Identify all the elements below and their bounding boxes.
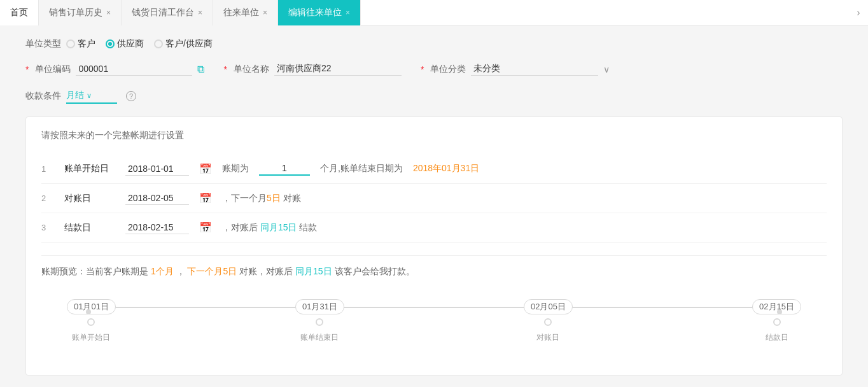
- row-num-3: 3: [41, 223, 54, 232]
- reconcile-date-calendar-icon[interactable]: 📅: [199, 192, 212, 204]
- radio-customer-label: 客户: [78, 38, 95, 50]
- unit-category-label: 单位分类: [430, 64, 466, 75]
- timeline-left-end: [86, 309, 91, 314]
- condition-dropdown-icon[interactable]: ∨: [87, 92, 92, 100]
- unit-name-field: * 单位名称: [223, 62, 401, 76]
- unit-code-star: *: [25, 64, 29, 74]
- timeline-node-3: 02月05日 对账日: [524, 299, 573, 343]
- tab-edit-close-icon[interactable]: ×: [346, 8, 350, 17]
- radio-group-unit-type: 客户 供应商 客户/供应商: [66, 38, 213, 50]
- unit-code-input[interactable]: [76, 62, 192, 76]
- timeline-node-1: 01月01日 账单开始日: [67, 299, 116, 343]
- tab-expand-button[interactable]: ›: [849, 0, 868, 25]
- preview-part1: 1个月: [151, 266, 174, 276]
- timeline-right-end: [777, 309, 782, 314]
- timeline-nodes: 01月01日 账单开始日 01月31日 账单结束日 02月05日: [67, 299, 801, 343]
- radio-both[interactable]: 客户/供应商: [154, 38, 213, 50]
- period-prefix: 账期为: [222, 163, 249, 174]
- timeline-dot-4: [773, 318, 781, 326]
- end-date-highlight: 2018年01月31日: [413, 163, 479, 174]
- timeline-label-1: 账单开始日: [72, 332, 110, 343]
- unit-name-star: *: [223, 64, 227, 74]
- unit-name-input[interactable]: [274, 62, 402, 76]
- tab-home[interactable]: 首页: [0, 0, 39, 25]
- timeline-dot-1: [87, 318, 95, 326]
- setting-row-2: 2 对账日 📅 ，下一个月5日 对账: [41, 184, 827, 213]
- unit-type-field: 单位类型 客户 供应商 客户/供应商: [25, 38, 213, 50]
- timeline-label-2: 账单结束日: [300, 332, 339, 343]
- preview-label: 账期预览：当前客户账期是: [41, 266, 148, 276]
- tab-edit-counterparty[interactable]: 编辑往来单位 ×: [278, 0, 361, 25]
- settings-card: 请按照未来的一个完整帐期进行设置 1 账单开始日 📅 账期为 个月,账单结束日期…: [25, 116, 843, 376]
- radio-supplier-circle: [106, 39, 115, 48]
- payment-date-calendar-icon[interactable]: 📅: [199, 222, 212, 234]
- tab-sales-label: 销售订单历史: [49, 7, 102, 18]
- period-suffix: 个月,账单结束日期为: [320, 163, 403, 174]
- preview-part2: 下一个月5日: [187, 266, 237, 276]
- preview-part1-suffix: ，: [176, 266, 185, 276]
- timeline-dot-2: [316, 318, 323, 326]
- payment-date-input[interactable]: [125, 221, 189, 234]
- period-input[interactable]: [259, 162, 310, 176]
- timeline-badge-3: 02月05日: [524, 299, 573, 314]
- payment-day-highlight: 同月15日: [260, 222, 297, 232]
- timeline-container: 01月01日 账单开始日 01月31日 账单结束日 02月05日: [41, 293, 827, 362]
- radio-supplier[interactable]: 供应商: [106, 38, 144, 50]
- row-label-3: 结款日: [64, 222, 115, 234]
- payment-desc: ，对账后 同月15日 结款: [222, 222, 317, 234]
- reconcile-day-highlight: 5日: [267, 193, 281, 203]
- preview-text: 账期预览：当前客户账期是 1个月 ， 下一个月5日 对账，对账后 同月15日 该…: [41, 266, 827, 278]
- content-area: 单位类型 客户 供应商 客户/供应商: [0, 25, 868, 387]
- radio-both-label: 客户/供应商: [165, 38, 213, 50]
- timeline-label-4: 结款日: [766, 332, 788, 343]
- tab-sales-order-history[interactable]: 销售订单历史 ×: [39, 0, 122, 25]
- tab-counterparty-label: 往来单位: [223, 7, 259, 18]
- timeline-dot-3: [544, 318, 552, 326]
- timeline-right-dot: [777, 309, 782, 314]
- start-date-calendar-icon[interactable]: 📅: [199, 163, 212, 175]
- unit-type-row: 单位类型 客户 供应商 客户/供应商: [25, 38, 843, 50]
- reconcile-desc: ，下一个月5日 对账: [222, 193, 301, 204]
- code-name-category-row: * 单位编码 ⧉ * 单位名称 * 单位分类 ∨: [25, 62, 843, 76]
- tab-counterparty-close-icon[interactable]: ×: [263, 8, 267, 17]
- unit-type-label: 单位类型: [25, 38, 61, 50]
- timeline-node-4: 02月15日 结款日: [752, 299, 801, 343]
- setting-row-1: 1 账单开始日 📅 账期为 个月,账单结束日期为 2018年01月31日: [41, 154, 827, 184]
- preview-section: 账期预览：当前客户账期是 1个月 ， 下一个月5日 对账，对账后 同月15日 该…: [41, 255, 827, 362]
- payment-condition-value: 月结: [66, 90, 84, 101]
- timeline-badge-2: 01月31日: [295, 299, 344, 314]
- timeline-node-2: 01月31日 账单结束日: [295, 299, 344, 343]
- payment-condition-select[interactable]: 月结 ∨: [66, 88, 117, 104]
- tab-edit-label: 编辑往来单位: [288, 7, 342, 18]
- tabs-bar: 首页 销售订单历史 × 钱货日清工作台 × 往来单位 × 编辑往来单位 × ›: [0, 0, 868, 25]
- preview-part3: 同月15日: [295, 266, 332, 276]
- payment-condition-row: 收款条件 月结 ∨ ?: [25, 88, 843, 104]
- tab-counterparty[interactable]: 往来单位 ×: [213, 0, 278, 25]
- tab-cash-close-icon[interactable]: ×: [198, 8, 202, 17]
- timeline-left-dot: [86, 309, 91, 314]
- unit-code-copy-icon[interactable]: ⧉: [197, 64, 204, 75]
- timeline-badge-1: 01月01日: [67, 299, 116, 314]
- setting-row-3: 3 结款日 📅 ，对账后 同月15日 结款: [41, 213, 827, 243]
- radio-customer-circle: [66, 39, 75, 48]
- unit-category-star: *: [421, 64, 424, 74]
- unit-category-input[interactable]: [471, 62, 598, 76]
- payment-condition-label: 收款条件: [25, 90, 61, 102]
- start-date-input[interactable]: [125, 162, 189, 176]
- row-label-2: 对账日: [64, 193, 115, 204]
- radio-both-circle: [154, 39, 163, 48]
- row-num-1: 1: [41, 164, 54, 174]
- unit-category-field: * 单位分类 ∨: [421, 62, 610, 76]
- reconcile-date-input[interactable]: [125, 192, 189, 205]
- unit-category-dropdown-icon[interactable]: ∨: [603, 64, 610, 74]
- tab-home-label: 首页: [10, 7, 28, 18]
- row-label-1: 账单开始日: [64, 163, 115, 174]
- tab-sales-close-icon[interactable]: ×: [106, 8, 111, 17]
- radio-customer[interactable]: 客户: [66, 38, 95, 50]
- unit-code-label: 单位编码: [35, 64, 71, 75]
- payment-condition-help-icon[interactable]: ?: [126, 91, 136, 101]
- tab-cash-work[interactable]: 钱货日清工作台 ×: [122, 0, 213, 25]
- card-hint: 请按照未来的一个完整帐期进行设置: [41, 130, 827, 141]
- radio-supplier-label: 供应商: [117, 38, 144, 50]
- preview-part2-suffix: 对账，对账后: [239, 266, 293, 276]
